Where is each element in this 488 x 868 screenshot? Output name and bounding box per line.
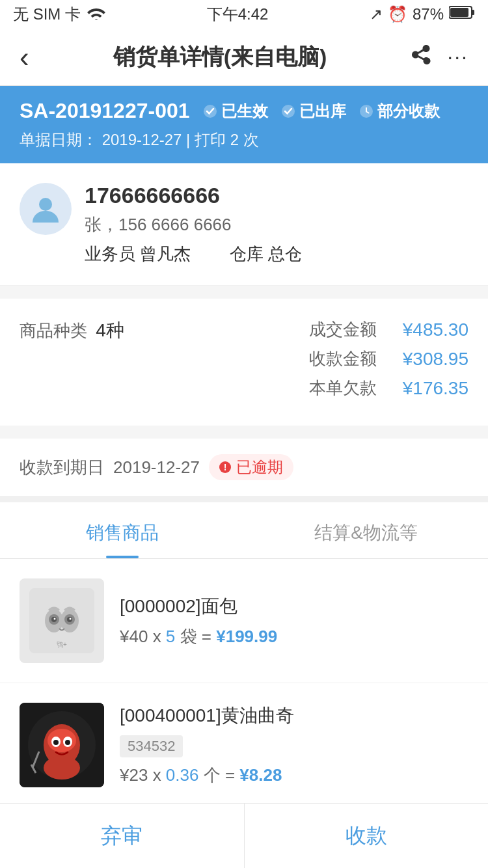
product-sku-2: 534532	[120, 735, 183, 757]
status-partial: 部分收款	[359, 101, 440, 122]
back-button[interactable]: ‹	[20, 41, 29, 74]
order-date-info: 单据日期： 2019-12-27 | 打印 2 次	[20, 129, 468, 150]
product-info-1: [0000002]面包 ¥40 x 5 袋 = ¥199.99	[120, 594, 468, 648]
received-amount-value: ¥308.95	[403, 349, 468, 370]
svg-point-6	[39, 198, 52, 211]
product-image-1: 鸮+	[20, 578, 104, 663]
svg-point-25	[44, 756, 80, 780]
svg-text:鸮+: 鸮+	[57, 641, 67, 648]
due-date-value: 2019-12-27	[113, 457, 200, 478]
received-amount-row: 收款金额 ¥308.95	[309, 347, 468, 370]
due-date-label: 收款到期日	[20, 456, 104, 479]
svg-point-15	[70, 618, 72, 620]
status-left: 无 SIM 卡	[13, 4, 105, 25]
deal-amount-row: 成交金额 ¥485.30	[309, 318, 468, 341]
svg-point-24	[65, 740, 70, 745]
customer-id: 17666666666	[85, 183, 468, 208]
product-name-1: [0000002]面包	[120, 594, 468, 619]
collect-payment-button[interactable]: 收款	[245, 804, 489, 868]
owed-amount-row: 本单欠款 ¥176.35	[309, 377, 468, 400]
product-total-2: ¥8.28	[239, 765, 282, 785]
overdue-text: 已逾期	[236, 457, 283, 478]
product-qty-1: 5	[166, 627, 175, 646]
status-shipped: 已出库	[281, 101, 346, 122]
overdue-icon: !	[219, 461, 231, 473]
share-icon[interactable]	[411, 44, 431, 70]
warehouse-label: 仓库 总仓	[230, 243, 302, 265]
svg-point-23	[53, 740, 59, 745]
bottom-action-bar: 弃审 收款	[0, 803, 488, 868]
deal-amount-value: ¥485.30	[403, 319, 468, 340]
customer-meta: 业务员 曾凡杰 仓库 总仓	[85, 243, 468, 265]
customer-name-phone: 张，156 6666 6666	[85, 213, 468, 236]
nav-bar: ‹ 销货单详情(来自电脑) ···	[0, 29, 488, 86]
product-price-2: ¥23 x 0.36 个 = ¥8.28	[120, 764, 468, 787]
product-item: [000400001]黄油曲奇 534532 ¥23 x 0.36 个 = ¥8…	[0, 683, 488, 807]
customer-info: 17666666666 张，156 6666 6666 业务员 曾凡杰 仓库 总…	[85, 183, 468, 265]
battery-text: 87%	[413, 5, 444, 23]
status-right: ↗ ⏰ 87%	[370, 5, 475, 23]
product-item: 鸮+ [0000002]面包 ¥40 x 5 袋 = ¥199.99	[0, 559, 488, 683]
tab-sales-products[interactable]: 销售商品	[0, 502, 244, 558]
tab-settlement[interactable]: 结算&物流等	[244, 502, 488, 558]
tab-bar: 销售商品 结算&物流等	[0, 502, 488, 559]
status-effective: 已生效	[203, 101, 268, 122]
page-title: 销货单详情(来自电脑)	[113, 42, 327, 72]
customer-section: 17666666666 张，156 6666 6666 业务员 曾凡杰 仓库 总…	[0, 163, 488, 286]
owed-amount-value: ¥176.35	[403, 378, 468, 399]
amount-info: 成交金额 ¥485.30 收款金额 ¥308.95 本单欠款 ¥176.35	[309, 318, 468, 406]
location-icon: ↗	[370, 5, 383, 23]
carrier-text: 无 SIM 卡	[13, 4, 81, 25]
category-info: 商品种类 4种	[20, 318, 124, 343]
alarm-icon: ⏰	[388, 5, 407, 23]
order-header: SA-20191227-001 已生效 已出库 部分收款 单据日期： 2019-…	[0, 86, 488, 163]
summary-section: 商品种类 4种 成交金额 ¥485.30 收款金额 ¥308.95 本单欠款 ¥…	[0, 299, 488, 426]
order-id: SA-20191227-001	[20, 99, 190, 123]
product-total-1: ¥199.99	[216, 627, 277, 646]
product-image-2	[20, 703, 104, 787]
nav-actions: ···	[411, 44, 468, 70]
svg-rect-1	[472, 10, 474, 15]
sales-label: 业务员 曾凡杰	[85, 243, 191, 265]
product-list: 鸮+ [0000002]面包 ¥40 x 5 袋 = ¥199.99	[0, 559, 488, 807]
status-time: 下午4:42	[207, 4, 269, 25]
cancel-audit-button[interactable]: 弃审	[0, 804, 245, 868]
category-value: 4种	[96, 320, 124, 340]
customer-avatar	[20, 183, 72, 235]
deal-amount-label: 成交金额	[309, 318, 377, 341]
overdue-badge: ! 已逾期	[209, 454, 293, 480]
status-bar: 无 SIM 卡 下午4:42 ↗ ⏰ 87%	[0, 0, 488, 29]
svg-point-14	[54, 618, 56, 620]
battery-icon	[449, 5, 475, 23]
due-date-section: 收款到期日 2019-12-27 ! 已逾期	[0, 439, 488, 502]
owed-amount-label: 本单欠款	[309, 377, 377, 400]
received-amount-label: 收款金额	[309, 347, 377, 370]
wifi-icon	[87, 5, 105, 23]
product-price-1: ¥40 x 5 袋 = ¥199.99	[120, 625, 468, 648]
svg-rect-2	[450, 8, 468, 17]
product-info-2: [000400001]黄油曲奇 534532 ¥23 x 0.36 个 = ¥8…	[120, 703, 468, 787]
product-name-2: [000400001]黄油曲奇	[120, 703, 468, 728]
more-icon[interactable]: ···	[447, 45, 468, 69]
product-qty-2: 0.36	[166, 765, 199, 785]
